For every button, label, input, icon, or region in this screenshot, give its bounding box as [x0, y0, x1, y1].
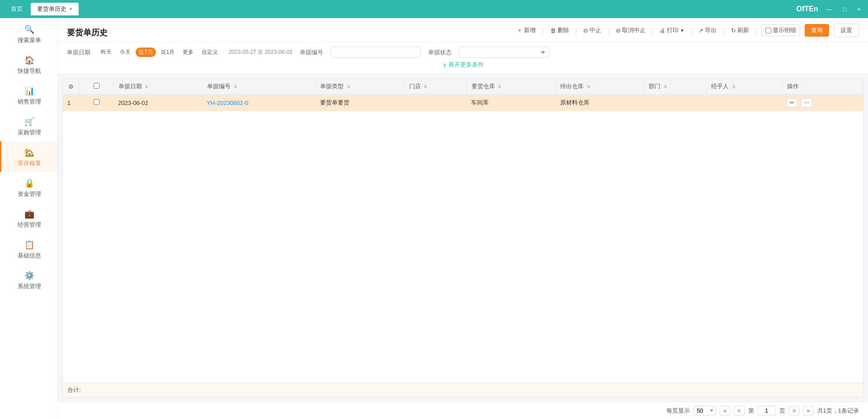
sidebar-item-sales-label: 销售管理	[18, 98, 41, 106]
select-all-checkbox[interactable]	[94, 83, 99, 89]
first-page-btn[interactable]: «	[720, 406, 730, 415]
toolbar: ＋ 新增 | 🗑 删除 | ⊘ 中止 | ⊘ 取消中止 |	[515, 24, 859, 42]
expand-more-btn[interactable]: ∨ 展开更多条件	[443, 61, 484, 69]
export-icon: ↗	[698, 27, 703, 34]
row-more-btn[interactable]: ⋯	[801, 98, 812, 107]
sidebar-item-purchase[interactable]: 🛒 采购管理	[0, 110, 57, 141]
print-btn[interactable]: 🖨 打印 ▼	[658, 25, 686, 35]
page-input[interactable]	[758, 406, 776, 415]
last1month-btn[interactable]: 近1月	[158, 48, 178, 57]
yesterday-btn[interactable]: 昨天	[98, 48, 115, 57]
sidebar-item-system-label: 系统管理	[18, 282, 41, 290]
new-btn-label: 新增	[524, 26, 536, 34]
delete-btn[interactable]: 🗑 删除	[548, 25, 571, 35]
close-tab-icon[interactable]: ×	[69, 6, 72, 12]
new-btn[interactable]: ＋ 新增	[515, 25, 538, 35]
sort-doc-date-icon[interactable]: ⇅	[145, 84, 148, 89]
search-icon: 🔍	[24, 24, 34, 34]
page-label: 第	[748, 407, 754, 415]
sidebar-item-inventory[interactable]: 🏡 库存核算	[0, 141, 57, 172]
home-tab[interactable]: 首页	[5, 3, 29, 15]
active-tab[interactable]: 要货单历史 ×	[31, 3, 79, 15]
sort-handler-icon[interactable]: ⇅	[732, 84, 736, 89]
sort-doc-no-icon[interactable]: ⇅	[234, 84, 237, 89]
chevron-down-icon: ∨	[443, 62, 447, 68]
cancel-stop-btn[interactable]: ⊘ 取消中止	[614, 25, 647, 35]
row-handler	[707, 95, 782, 111]
cancel-stop-btn-label: 取消中止	[622, 26, 646, 34]
table-scroll: ⚙ 单据日期 ⇅ 单据编号 ⇅	[63, 79, 863, 383]
sort-store-icon[interactable]: ⇅	[424, 84, 427, 89]
sort-department-icon[interactable]: ⇅	[664, 84, 667, 89]
active-tab-label: 要货单历史	[37, 5, 66, 13]
sidebar-item-search[interactable]: 🔍 搜索菜单	[0, 18, 57, 49]
sidebar-item-finance[interactable]: 🔒 资金管理	[0, 172, 57, 203]
prev-page-btn[interactable]: <	[734, 406, 745, 415]
main-layout: 🔍 搜索菜单 🏠 快捷导航 📊 销售管理 🛒 采购管理 🏡 库存核算 🔒 资金管…	[0, 18, 868, 419]
sidebar-item-inventory-label: 库存核算	[18, 159, 41, 167]
sidebar-item-search-label: 搜索菜单	[18, 36, 41, 44]
custom-btn[interactable]: 自定义	[198, 48, 221, 57]
sort-doc-type-icon[interactable]: ⇅	[347, 84, 350, 89]
sidebar-item-shortcut[interactable]: 🏠 快捷导航	[0, 49, 57, 80]
row-edit-btn[interactable]: ✏	[787, 98, 797, 107]
sidebar-item-operation-label: 经营管理	[18, 221, 41, 229]
last7days-btn[interactable]: 近7天	[136, 48, 156, 57]
col-operation: 操作	[782, 79, 863, 95]
sidebar: 🔍 搜索菜单 🏠 快捷导航 📊 销售管理 🛒 采购管理 🏡 库存核算 🔒 资金管…	[0, 18, 58, 419]
sidebar-item-operation[interactable]: 💼 经营管理	[0, 203, 57, 233]
col-store-label: 门店	[409, 83, 421, 90]
home-tab-label: 首页	[11, 5, 23, 13]
col-department: 部门 ⇅	[644, 79, 707, 95]
col-operation-label: 操作	[787, 83, 799, 90]
content-area: 要货单历史 ＋ 新增 | 🗑 删除 | ⊘ 中止 | ⊘	[58, 18, 868, 419]
sidebar-item-finance-label: 资金管理	[18, 190, 41, 198]
sort-req-warehouse-icon[interactable]: ⇅	[498, 84, 501, 89]
settings-btn[interactable]: 设置	[834, 24, 859, 37]
table-row: 1 2023-06-02 YH-20230602-0 要货单要货 车间库	[63, 95, 863, 111]
col-doc-date: 单据日期 ⇅	[113, 79, 202, 95]
more-btn[interactable]: 更多	[179, 48, 197, 57]
house-icon: 🏡	[24, 148, 34, 157]
delete-btn-label: 删除	[557, 26, 569, 34]
sidebar-item-sales[interactable]: 📊 销售管理	[0, 80, 57, 110]
stop-btn[interactable]: ⊘ 中止	[581, 25, 603, 35]
lock-icon: 🔒	[24, 178, 34, 188]
maximize-btn[interactable]: □	[840, 5, 849, 14]
sort-pending-warehouse-icon[interactable]: ⇅	[587, 84, 590, 89]
row-doc-no: YH-20230602-0	[202, 95, 315, 111]
chart-icon: 📊	[24, 86, 34, 96]
query-btn[interactable]: 查询	[805, 24, 829, 37]
top-bar: 首页 要货单历史 × OfTEn — □ ×	[0, 0, 868, 18]
doc-no-link[interactable]: YH-20230602-0	[207, 100, 248, 106]
window-close-btn[interactable]: ×	[854, 5, 863, 14]
page-size-select[interactable]: 10 20 50 100	[693, 406, 716, 415]
display-detail-checkbox[interactable]	[765, 28, 771, 33]
stop-icon: ⊘	[583, 27, 588, 34]
sidebar-item-shortcut-label: 快捷导航	[18, 67, 41, 75]
today-btn[interactable]: 今天	[117, 48, 134, 57]
table-footer: 合计:	[63, 383, 863, 397]
sidebar-item-system[interactable]: ⚙️ 系统管理	[0, 264, 57, 295]
settings-col-icon[interactable]: ⚙	[68, 83, 74, 90]
brand-label: OfTEn	[797, 5, 818, 13]
export-btn[interactable]: ↗ 导出	[697, 25, 718, 35]
date-filter-label: 单据日期	[67, 48, 90, 57]
col-pending-warehouse-label: 待出仓库	[560, 83, 584, 90]
last-page-btn[interactable]: »	[803, 406, 813, 415]
col-store: 门店 ⇅	[404, 79, 467, 95]
status-select[interactable]	[459, 47, 549, 58]
refresh-btn[interactable]: ↻ 刷新	[729, 25, 751, 35]
doc-no-input[interactable]	[330, 47, 421, 58]
date-range-display: 2023-05-27 至 2023-06-02	[228, 48, 292, 56]
display-detail-btn[interactable]: 显示明细	[761, 24, 800, 36]
row-department	[644, 95, 707, 111]
sidebar-item-basic[interactable]: 📋 基础信息	[0, 233, 57, 264]
next-page-btn[interactable]: >	[789, 406, 800, 415]
minimize-btn[interactable]: —	[824, 5, 835, 14]
row-settings-cell: 1	[63, 95, 79, 111]
filter-bar: 单据日期 昨天 今天 近7天 近1月 更多 自定义 2023-05-27 至 2…	[58, 42, 868, 74]
col-doc-date-label: 单据日期	[118, 83, 142, 90]
col-settings: ⚙	[63, 79, 79, 95]
row-checkbox[interactable]	[94, 99, 99, 105]
